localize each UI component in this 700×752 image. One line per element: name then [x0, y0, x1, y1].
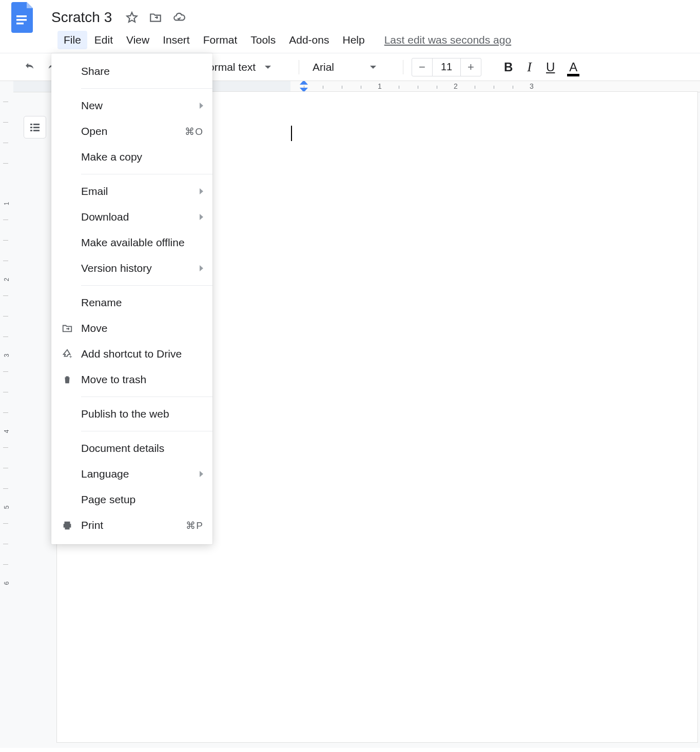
vruler-number: 5 [3, 501, 10, 514]
underline-button[interactable]: U [541, 60, 560, 74]
outline-toggle-button[interactable] [24, 116, 46, 138]
bold-button[interactable]: B [499, 60, 518, 74]
font-size-increment[interactable]: + [460, 58, 481, 76]
svg-rect-5 [30, 127, 32, 128]
menu-tools[interactable]: Tools [244, 31, 282, 49]
menu-label: Make a copy [81, 151, 203, 163]
submenu-arrow-icon [200, 188, 203, 194]
file-menu-page-setup[interactable]: Page setup [51, 487, 212, 512]
file-menu-new[interactable]: New [51, 93, 212, 118]
menu-label: Document details [81, 442, 203, 454]
toolbar-separator [403, 60, 403, 74]
file-menu-publish-to-the-web[interactable]: Publish to the web [51, 401, 212, 427]
trash-icon [62, 374, 81, 385]
ruler-number: 3 [530, 82, 534, 90]
file-menu-make-a-copy[interactable]: Make a copy [51, 144, 212, 170]
menu-label: Rename [81, 296, 203, 309]
menu-label: Language [81, 468, 200, 480]
file-menu-move-to-trash[interactable]: Move to trash [51, 367, 212, 392]
submenu-arrow-icon [200, 471, 203, 477]
menu-separator [81, 174, 212, 174]
text-color-swatch [567, 74, 579, 76]
vruler-number: 6 [3, 577, 10, 590]
vruler-number: 4 [3, 425, 10, 438]
font-size-control: − 11 + [412, 58, 481, 76]
menu-shortcut: ⌘O [185, 126, 203, 137]
caret-down-icon [370, 66, 376, 69]
file-menu-share[interactable]: Share [51, 58, 212, 84]
document-title[interactable]: Scratch 3 [48, 8, 115, 27]
text-cursor [291, 126, 292, 141]
menu-label: Open [81, 125, 185, 137]
vruler-number: 3 [3, 349, 10, 362]
menu-view[interactable]: View [120, 31, 155, 49]
file-menu-open[interactable]: Open ⌘O [51, 118, 212, 144]
menu-label: Move [81, 322, 203, 334]
cloud-status-icon[interactable] [172, 11, 186, 24]
file-menu-language[interactable]: Language [51, 461, 212, 487]
ruler-number: 1 [378, 82, 382, 90]
paragraph-style-select[interactable]: ormal text [203, 61, 290, 73]
titlebar: Scratch 3 [0, 0, 700, 30]
file-menu-rename[interactable]: Rename [51, 290, 212, 315]
svg-rect-6 [33, 127, 40, 128]
move-to-folder-icon[interactable] [149, 11, 162, 24]
menu-separator [81, 397, 212, 397]
menu-label: Download [81, 211, 200, 223]
file-menu-add-shortcut-to-drive[interactable]: + Add shortcut to Drive [51, 341, 212, 367]
folder-move-icon [62, 323, 81, 334]
ruler-number: 2 [454, 82, 458, 90]
file-menu-document-details[interactable]: Document details [51, 436, 212, 461]
last-edit-link[interactable]: Last edit was seconds ago [384, 34, 512, 46]
menu-edit[interactable]: Edit [88, 31, 119, 49]
svg-rect-1 [16, 19, 27, 21]
menu-label: Share [81, 65, 203, 77]
file-menu-download[interactable]: Download [51, 204, 212, 230]
menubar: File Edit View Insert Format Tools Add-o… [0, 30, 700, 53]
menu-help[interactable]: Help [336, 31, 371, 49]
star-icon[interactable] [125, 11, 139, 24]
menu-shortcut: ⌘P [186, 520, 203, 531]
submenu-arrow-icon [200, 265, 203, 271]
svg-rect-4 [33, 124, 40, 125]
vruler-number: 2 [3, 273, 10, 286]
font-family-select[interactable]: Arial [307, 61, 395, 73]
font-size-decrement[interactable]: − [412, 58, 433, 76]
menu-format[interactable]: Format [197, 31, 244, 49]
menu-insert[interactable]: Insert [157, 31, 196, 49]
menu-label: New [81, 100, 200, 112]
svg-rect-3 [30, 124, 32, 125]
toolbar-separator [299, 60, 299, 74]
menu-addons[interactable]: Add-ons [283, 31, 335, 49]
menu-label: Email [81, 185, 200, 197]
menu-label: Move to trash [81, 373, 203, 386]
text-color-glyph: A [569, 60, 577, 74]
submenu-arrow-icon [200, 214, 203, 220]
vruler-number: 1 [3, 197, 10, 210]
menu-label: Publish to the web [81, 408, 203, 420]
svg-rect-2 [16, 23, 24, 25]
menu-file[interactable]: File [57, 31, 87, 49]
file-menu-make-available-offline[interactable]: Make available offline [51, 230, 212, 255]
svg-rect-8 [33, 130, 40, 131]
submenu-arrow-icon [200, 103, 203, 109]
menu-separator [81, 285, 212, 286]
vertical-ruler[interactable]: 1 2 3 4 5 6 [0, 81, 13, 748]
menu-separator [81, 431, 212, 431]
svg-text:+: + [69, 354, 72, 360]
menu-separator [81, 88, 212, 89]
file-menu-move[interactable]: Move [51, 315, 212, 341]
docs-logo[interactable] [10, 2, 35, 33]
italic-button[interactable]: I [522, 60, 537, 75]
menu-label: Page setup [81, 493, 203, 506]
menu-label: Add shortcut to Drive [81, 348, 203, 360]
paragraph-style-value: ormal text [208, 61, 256, 73]
svg-rect-7 [30, 130, 32, 131]
file-menu-print[interactable]: Print ⌘P [51, 512, 212, 538]
svg-rect-0 [16, 15, 27, 17]
text-color-button[interactable]: A [564, 60, 582, 74]
font-size-value[interactable]: 11 [433, 61, 460, 73]
undo-button[interactable] [21, 59, 39, 75]
file-menu-version-history[interactable]: Version history [51, 255, 212, 281]
file-menu-email[interactable]: Email [51, 179, 212, 204]
